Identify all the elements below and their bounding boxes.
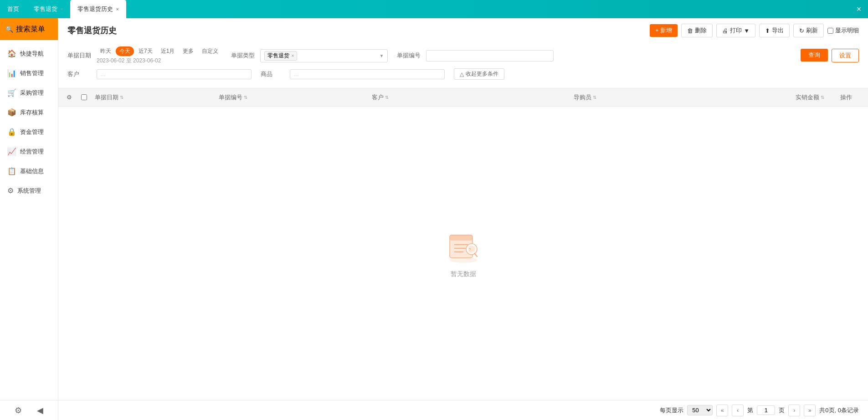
sidebar-item-基础信息[interactable]: 📋 基础信息 (0, 161, 58, 181)
tab-零售退货历史[interactable]: 零售退货历史× (70, 0, 126, 18)
last-page-button[interactable]: » (804, 405, 816, 416)
title-bar: 零售退货历史 + 新增 🗑 删除 🖨 打印 ▼ ⬆ 导出 (67, 24, 859, 37)
collapse-button[interactable]: △ 收起更多条件 (454, 68, 504, 80)
sidebar-item-资金管理[interactable]: 🔒 资金管理 (0, 122, 58, 142)
bill-type-label: 单据类型 (231, 51, 257, 60)
sidebar-item-label: 采购管理 (20, 89, 44, 97)
content-area: 零售退货历史 + 新增 🗑 删除 🖨 打印 ▼ ⬆ 导出 (58, 18, 868, 420)
sidebar: 🔍 搜索菜单 🏠 快捷导航📊 销售管理🛒 采购管理📦 库存核算🔒 资金管理📈 经… (0, 18, 58, 420)
bill-type-filter: 单据类型 零售退货 × ▼ (231, 49, 388, 62)
th-customer[interactable]: 客户 ⇅ (368, 93, 570, 102)
next-page-button[interactable]: › (788, 405, 800, 416)
goods-filter: 商品 ... (261, 69, 445, 79)
goods-select[interactable]: ... (290, 69, 445, 79)
display-toggle[interactable]: 显示明细 (827, 26, 859, 35)
customer-placeholder: ... (101, 71, 105, 77)
filter-area: 单据日期 昨天今天近7天近1月更多自定义2023-06-02 至 2023-06… (67, 42, 859, 88)
customer-select[interactable]: ... (97, 69, 252, 79)
sidebar-item-销售管理[interactable]: 📊 销售管理 (0, 63, 58, 83)
print-button[interactable]: 🖨 打印 ▼ (716, 24, 755, 37)
sidebar-icon: ⚙ (7, 186, 14, 195)
toolbar: + 新增 🗑 删除 🖨 打印 ▼ ⬆ 导出 ↻ (650, 24, 859, 37)
date-btn-昨天[interactable]: 昨天 (97, 46, 115, 56)
sidebar-item-label: 经营管理 (20, 148, 44, 156)
th-settings[interactable]: ⚙ (62, 94, 77, 101)
refresh-icon: ↻ (799, 27, 804, 34)
tab-close-icon[interactable]: × (60, 6, 63, 12)
empty-illustration: ? (441, 228, 486, 265)
th-bill-no[interactable]: 单据编号 ⇅ (215, 93, 368, 102)
tab-首页[interactable]: 首页 (0, 0, 26, 18)
page-input[interactable] (757, 405, 775, 415)
sidebar-menu: 🏠 快捷导航📊 销售管理🛒 采购管理📦 库存核算🔒 资金管理📈 经营管理📋 基础… (0, 40, 58, 400)
th-bill-no-sort: ⇅ (244, 95, 247, 100)
window-close-button[interactable]: × (850, 0, 868, 18)
date-btn-更多[interactable]: 更多 (179, 46, 197, 56)
th-customer-text: 客户 (372, 93, 384, 102)
settings-icon[interactable]: ⚙ (15, 405, 22, 415)
customer-filter: 客户 ... (67, 69, 252, 79)
svg-text:?: ? (468, 247, 471, 252)
bill-type-tag-close[interactable]: × (291, 53, 294, 58)
export-button[interactable]: ⬆ 导出 (759, 24, 790, 37)
sidebar-footer: ⚙ ◀ (0, 400, 58, 420)
empty-state: ? 暂无数据 (58, 107, 868, 400)
sidebar-search-button[interactable]: 🔍 搜索菜单 (0, 18, 58, 40)
date-buttons: 昨天今天近7天近1月更多自定义2023-06-02 至 2023-06-02 (97, 46, 222, 65)
top-bar: 首页零售退货×零售退货历史× × (0, 0, 868, 18)
sidebar-icon: 🏠 (7, 49, 16, 58)
th-amount[interactable]: 实销金额 ⇅ (724, 93, 828, 102)
th-checkbox[interactable] (77, 94, 91, 100)
date-btn-今天[interactable]: 今天 (116, 46, 134, 56)
sidebar-item-label: 销售管理 (20, 69, 44, 77)
th-guide[interactable]: 导购员 ⇅ (570, 93, 723, 102)
bill-no-input[interactable] (426, 50, 554, 61)
sidebar-item-label: 资金管理 (20, 128, 44, 136)
refresh-button[interactable]: ↻ 刷新 (793, 24, 824, 37)
new-button[interactable]: + 新增 (650, 24, 678, 37)
main-layout: 🔍 搜索菜单 🏠 快捷导航📊 销售管理🛒 采购管理📦 库存核算🔒 资金管理📈 经… (0, 18, 868, 420)
total-label: 共0页, 0条记录 (819, 406, 859, 415)
sidebar-item-快捷导航[interactable]: 🏠 快捷导航 (0, 44, 58, 63)
table-header: ⚙ 单据日期 ⇅ 单据编号 ⇅ 客户 ⇅ 导购员 ⇅ (58, 88, 868, 107)
collapse-icon[interactable]: ◀ (37, 405, 43, 415)
svg-line-8 (474, 253, 477, 256)
th-date[interactable]: 单据日期 ⇅ (91, 93, 215, 102)
prev-page-button[interactable]: ‹ (732, 405, 744, 416)
first-page-button[interactable]: « (716, 405, 728, 416)
th-date-text: 单据日期 (95, 93, 118, 102)
export-icon: ⬆ (765, 27, 770, 34)
th-amount-text: 实销金额 (796, 93, 819, 102)
select-all-checkbox[interactable] (81, 94, 87, 100)
bill-no-label: 单据编号 (397, 51, 422, 60)
goods-label: 商品 (261, 70, 286, 78)
page-title: 零售退货历史 (67, 25, 117, 36)
date-btn-自定义[interactable]: 自定义 (198, 46, 222, 56)
page-size-label: 每页显示 (660, 406, 683, 415)
tab-label: 零售退货 (34, 5, 57, 13)
date-label: 单据日期 (67, 51, 93, 60)
tab-close-icon[interactable]: × (116, 6, 118, 12)
bill-type-select[interactable]: 零售退货 × ▼ (260, 49, 388, 62)
sidebar-item-库存核算[interactable]: 📦 库存核算 (0, 102, 58, 122)
sidebar-item-label: 快捷导航 (20, 50, 44, 58)
date-btn-近7天[interactable]: 近7天 (135, 46, 156, 56)
sidebar-icon: 📋 (7, 167, 16, 175)
sidebar-item-label: 基础信息 (20, 167, 44, 175)
table-container: ⚙ 单据日期 ⇅ 单据编号 ⇅ 客户 ⇅ 导购员 ⇅ (58, 88, 868, 400)
query-button[interactable]: 查询 (801, 49, 828, 61)
page-size-select[interactable]: 2050100 (687, 405, 713, 415)
sidebar-item-系统管理[interactable]: ⚙ 系统管理 (0, 181, 58, 200)
tab-零售退货[interactable]: 零售退货× (26, 0, 70, 18)
page-prefix: 第 (747, 406, 753, 415)
display-checkbox[interactable] (827, 28, 833, 34)
sidebar-item-label: 库存核算 (20, 108, 44, 117)
filter-row-1: 单据日期 昨天今天近7天近1月更多自定义2023-06-02 至 2023-06… (67, 46, 859, 65)
delete-button[interactable]: 🗑 删除 (681, 24, 713, 37)
date-btn-近1月[interactable]: 近1月 (157, 46, 179, 56)
setting-button[interactable]: 设置 (832, 49, 859, 62)
th-date-sort: ⇅ (120, 95, 123, 100)
bill-type-arrow: ▼ (379, 53, 384, 58)
sidebar-item-采购管理[interactable]: 🛒 采购管理 (0, 83, 58, 102)
sidebar-item-经营管理[interactable]: 📈 经营管理 (0, 142, 58, 161)
